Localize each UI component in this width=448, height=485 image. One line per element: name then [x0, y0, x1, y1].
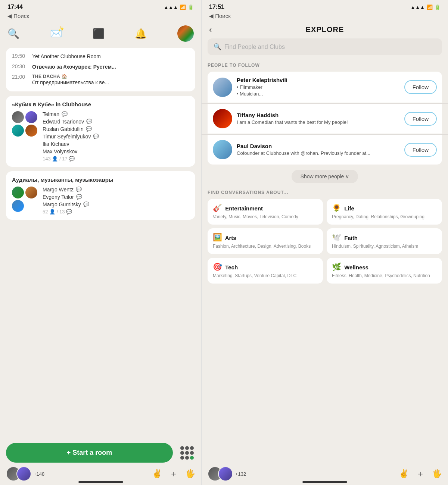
room-names-2: Margo Wentz 💬 Evgeny Teilor 💬 Margo Gurn…	[43, 187, 189, 215]
bottom-action-bar: + Start a room	[0, 443, 201, 463]
dot-7	[180, 456, 184, 460]
dot-4	[180, 451, 184, 455]
person-name-3: Paul Davison	[237, 143, 400, 149]
back-link-right[interactable]: ◀ Поиск	[202, 12, 448, 22]
wave-icon[interactable]: ✌️	[152, 469, 162, 479]
person-card-1: Peter Keleptrishvili • Filmmaker• Musici…	[208, 72, 442, 103]
event-row-3[interactable]: 21:00 THE DACHA 🏠 От предпринимательства…	[12, 74, 189, 86]
topic-arts[interactable]: 🖼️ Arts Fashion, Architecture, Design, A…	[208, 228, 323, 254]
right-panel: 17:51 ▲▲▲ 📶 🔋 ◀ Поиск ‹ EXPLORE 🔍 Find P…	[202, 0, 448, 485]
room-content-2: Margo Wentz 💬 Evgeny Teilor 💬 Margo Gurn…	[12, 187, 189, 215]
topic-tech[interactable]: 🎯 Tech Marketing, Startups, Venture Capi…	[208, 258, 323, 284]
speech-icon: 💬	[86, 126, 92, 132]
event-title-3: От предпринимательства к ве...	[32, 79, 109, 86]
dot-5	[185, 451, 189, 455]
speaker-1d: Timur Seyfelmlyukov 💬	[43, 134, 189, 140]
show-more-button[interactable]: Show more people ∨	[292, 170, 358, 183]
avatar-pair-4	[12, 200, 38, 212]
topic-wellness[interactable]: 🌿 Wellness Fitness, Health, Medicine, Ps…	[327, 258, 442, 284]
plus-icon-r[interactable]: ＋	[416, 468, 424, 479]
room-card-2[interactable]: Аудиалы, музыканты, музыкозавры Margo We…	[6, 171, 195, 220]
dot-8	[185, 456, 189, 460]
battery-icon: 🔋	[188, 4, 194, 10]
speaker-1c: Ruslan Gabidullin 💬	[43, 126, 189, 132]
entertainment-icon: 🎸	[213, 204, 222, 212]
mini-avatar-2a	[12, 187, 24, 198]
home-indicator-right	[302, 481, 347, 483]
mini-avatar-1d	[25, 125, 37, 137]
follow-button-1[interactable]: Follow	[404, 80, 437, 94]
wifi-icon-r: 📶	[427, 4, 433, 10]
topic-title-6: 🌿 Wellness	[332, 262, 437, 271]
inbox-icon[interactable]: ✉️ ✨	[50, 28, 62, 40]
speech-icon: 💬	[93, 134, 99, 139]
star-badge-icon: ✨	[58, 26, 64, 32]
signal-icon: ▲▲▲	[164, 4, 178, 10]
room-avatars-1	[12, 111, 38, 162]
speaker-2c: Margo Gurnitsky 💬	[43, 201, 189, 207]
tech-icon: 🎯	[213, 263, 222, 271]
topic-sub-3: Fashion, Architecture, Design, Advertisi…	[213, 243, 318, 250]
wave-icon-r[interactable]: ✌️	[399, 469, 409, 479]
plus-icon[interactable]: ＋	[169, 468, 178, 479]
search-icon[interactable]: 🔍	[7, 28, 19, 40]
topic-faith[interactable]: 🕊️ Faith Hinduism, Spirituality, Agnosti…	[327, 228, 442, 254]
bottom-actions-right: ✌️ ＋ 🖐️	[399, 468, 442, 479]
arts-icon: 🖼️	[213, 233, 222, 241]
person-desc-3: Cofounder at Clubhouse with @rohan. Prev…	[237, 150, 400, 157]
bottom-count-left: +148	[34, 471, 44, 477]
speech-icon: 💬	[86, 119, 92, 124]
room-names-1: Telman 💬 Edward Tsarionov 💬 Ruslan Gabid…	[43, 111, 189, 162]
event-time-3: 21:00	[12, 74, 28, 80]
calendar-icon[interactable]: ⬛	[93, 28, 105, 40]
bottom-avatar-r2	[218, 466, 233, 481]
follow-button-2[interactable]: Follow	[404, 112, 437, 126]
speaker-1e: Ilia Kichaev	[43, 141, 189, 147]
avatar-pair-1	[12, 111, 38, 123]
hand-icon-r[interactable]: 🖐️	[432, 469, 442, 479]
bell-icon[interactable]: 🔔	[135, 28, 147, 40]
dot-1	[180, 446, 184, 450]
top-nav-left: 🔍 ✉️ ✨ ⬛ 🔔	[0, 22, 201, 46]
topic-title-4: 🕊️ Faith	[332, 233, 437, 242]
follow-button-3[interactable]: Follow	[404, 143, 437, 157]
wifi-icon: 📶	[180, 4, 186, 10]
topic-entertainment[interactable]: 🎸 Entertainment Variety, Music, Movies, …	[208, 199, 323, 225]
topic-sub-2: Pregnancy, Dating, Relationships, Grownu…	[332, 214, 437, 220]
back-link-left[interactable]: ◀ Поиск	[0, 12, 201, 22]
dot-9	[190, 456, 194, 460]
person-info-1: Peter Keleptrishvili • Filmmaker• Musici…	[237, 77, 400, 97]
avatar-pair-2	[12, 125, 38, 137]
bottom-count-right: +132	[235, 471, 246, 477]
speech-icon: 💬	[76, 194, 82, 200]
status-bar-left: 17:44 ▲▲▲ 📶 🔋	[0, 0, 201, 12]
person-info-2: Tiffany Haddish I am a Comedian that wan…	[237, 112, 400, 126]
bottom-actions-left: ✌️ ＋ 🖐️	[152, 468, 195, 479]
event-time-1: 19:50	[12, 53, 28, 59]
start-room-button[interactable]: + Start a room	[6, 443, 173, 463]
event-title-1: Yet Another Clubhouse Room	[32, 53, 101, 60]
topic-life[interactable]: 🌻 Life Pregnancy, Dating, Relationships,…	[327, 199, 442, 225]
search-bar[interactable]: 🔍 Find People and Clubs	[208, 38, 442, 55]
grid-menu-icon[interactable]	[179, 445, 195, 461]
faith-icon: 🕊️	[332, 233, 341, 241]
event-row-2[interactable]: 20:30 Отвечаю за #хочуврек: Рустем...	[12, 63, 189, 70]
room-card-1[interactable]: «Кубик в Кубе» in Clubhouse Telman 💬 Edw…	[6, 96, 195, 167]
grid-dots	[180, 446, 194, 460]
status-icons-left: ▲▲▲ 📶 🔋	[164, 4, 194, 10]
hand-icon[interactable]: 🖐️	[185, 469, 195, 479]
person-desc-1: • Filmmaker• Musician...	[237, 84, 400, 97]
topic-title-5: 🎯 Tech	[213, 262, 318, 271]
topic-title-1: 🎸 Entertainment	[213, 203, 318, 212]
events-card: 19:50 Yet Another Clubhouse Room 20:30 О…	[6, 48, 195, 91]
topics-section-label: FIND CONVERSATIONS ABOUT...	[202, 188, 448, 199]
user-avatar[interactable]	[177, 25, 194, 42]
dot-3	[190, 446, 194, 450]
topic-title-2: 🌻 Life	[332, 203, 437, 212]
speech-icon: 💬	[62, 111, 68, 117]
event-row-1[interactable]: 19:50 Yet Another Clubhouse Room	[12, 53, 189, 60]
bottom-avatar-2	[16, 466, 31, 481]
mini-avatar-2b	[25, 187, 37, 198]
search-input[interactable]: Find People and Clubs	[224, 44, 285, 50]
back-button[interactable]: ‹	[209, 25, 212, 35]
